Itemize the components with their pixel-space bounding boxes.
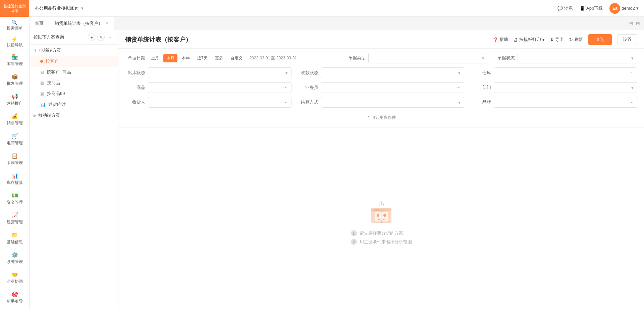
tab-close-icon[interactable]: ✕: [105, 21, 109, 26]
tip-num-2: 2: [351, 239, 357, 245]
sidebar-icon-inventory: 📊: [11, 172, 18, 179]
scheme-item-icon2: ▦: [40, 81, 44, 86]
export-icon: ⬇: [550, 37, 554, 42]
collapse-btn[interactable]: ⌃ 收起更多条件: [125, 112, 637, 123]
sidebar-label-inventory: 库存核算: [7, 180, 23, 186]
sidebar-item-inventory[interactable]: 📊库存核算: [0, 169, 29, 189]
app-download-icon: 📱: [580, 6, 585, 11]
payment-method-label: 结算方式: [298, 99, 318, 105]
sidebar-icon-finance: 💵: [11, 192, 18, 199]
scheme-item-by-goods[interactable]: ▦ 按商品: [30, 78, 118, 88]
out-status-input[interactable]: ▾: [148, 67, 291, 78]
warehouse-more-icon[interactable]: ···: [629, 70, 634, 76]
salesperson-input[interactable]: ···: [321, 82, 465, 93]
tab-maximize-icon[interactable]: ⊞: [636, 21, 640, 26]
sidebar-item-newbie[interactable]: 🎯新手引导: [0, 288, 29, 308]
doc-type-input[interactable]: ▾: [368, 53, 488, 63]
scheme-collapse-btn[interactable]: «: [107, 34, 114, 41]
tab-bar: 首页 销货单统计表（按客户） ✕ ⊟ ⊞: [30, 17, 644, 30]
scheme-item-by-customer[interactable]: 按客户: [30, 56, 118, 67]
scheme-item-by-goods-99-label: 按商品99: [47, 91, 65, 97]
page-title-text: 销货单统计表（按客户）: [125, 36, 192, 44]
goods-more-icon[interactable]: ···: [283, 85, 287, 91]
sidebar-item-ecommerce[interactable]: 🛒电商管理: [0, 130, 29, 149]
salesperson-more-icon[interactable]: ···: [456, 85, 461, 91]
template-print-btn[interactable]: 🖨 按模板打印 ▾: [514, 37, 545, 43]
scheme-item-by-goods-99[interactable]: ▦ 按商品99: [30, 88, 118, 99]
scheme-item-return-stats-label: 退货统计: [48, 101, 66, 107]
help-btn[interactable]: ❓ 帮助: [493, 37, 508, 43]
goods-input[interactable]: ···: [148, 82, 291, 93]
scheme-item-by-customer-goods[interactable]: ⊞ 按客户+商品: [30, 67, 118, 78]
sidebar-item-enterprise[interactable]: 🤝企业协同: [0, 268, 29, 288]
scheme-item-return-stats[interactable]: 📊 退货统计: [30, 99, 118, 110]
sidebar-item-sales[interactable]: 💰销售管理: [0, 110, 29, 130]
date-btn-more[interactable]: 更多: [212, 54, 226, 62]
header-right: 💬 消息 📱 App下载 Ea demo2 ▾: [557, 3, 639, 14]
tab-home[interactable]: 首页: [30, 17, 49, 30]
warehouse-input[interactable]: ···: [494, 67, 637, 78]
scheme-group-desktop-header[interactable]: ▼ 电脑端方案: [30, 45, 118, 56]
export-btn[interactable]: ⬇ 导出: [550, 37, 564, 43]
receiver-more-icon[interactable]: ···: [283, 99, 287, 105]
brand-more-icon[interactable]: ···: [629, 99, 634, 105]
receiver-label: 收货人: [125, 99, 145, 105]
main-area: 办公用品行业模拟账套 ▾ 💬 消息 📱 App下载 Ea demo2 ▾ 首页 …: [30, 0, 644, 310]
scheme-header: 按以下方案查询 + ✎ «: [30, 30, 118, 45]
doc-type-arrow: ▾: [482, 56, 484, 61]
date-btn-custom[interactable]: 自定义: [227, 54, 246, 62]
sidebar-label-marketing: 营销推广: [7, 101, 23, 106]
sidebar-item-apps[interactable]: 🔲应用中心: [0, 308, 29, 310]
filter-cell-date: 单据日期 上月 本月 本年 近7天 更多 自定义 2023-03-01 至 20…: [125, 54, 339, 62]
user-menu[interactable]: Ea demo2 ▾: [609, 3, 639, 14]
brand-input[interactable]: ···: [494, 97, 637, 108]
sidebar-item-wholesale[interactable]: 📦批发管理: [0, 70, 29, 90]
payment-status-input[interactable]: ▾: [321, 67, 465, 78]
sidebar-item-system[interactable]: ⚙️系统管理: [0, 248, 29, 268]
date-btn-7days[interactable]: 近7天: [194, 54, 211, 62]
tab-sales-stats[interactable]: 销货单统计表（按客户） ✕: [49, 17, 114, 30]
sidebar-label-retail: 零售管理: [7, 61, 23, 67]
date-btn-this-month[interactable]: 本月: [163, 54, 177, 62]
sidebar-item-retail[interactable]: 🏪零售管理: [0, 50, 29, 70]
date-btn-this-year[interactable]: 本年: [179, 54, 193, 62]
query-button[interactable]: 查询: [588, 34, 612, 45]
department-input[interactable]: ▾: [494, 82, 637, 93]
receiver-input[interactable]: ···: [148, 97, 291, 108]
app-download-btn[interactable]: 📱 App下载: [580, 5, 603, 11]
doc-status-label: 单据状态: [495, 55, 515, 61]
sidebar-quick-nav[interactable]: ⚡ 快捷导航: [0, 34, 29, 50]
tab-minimize-icon[interactable]: ⊟: [629, 21, 633, 26]
scheme-edit-btn[interactable]: ✎: [97, 34, 105, 41]
scheme-add-btn[interactable]: +: [88, 34, 95, 41]
sidebar-label-purchase: 采购管理: [7, 160, 23, 166]
scheme-group-mobile-header[interactable]: ▶ 移动端方案: [30, 110, 118, 121]
payment-method-input[interactable]: ▾: [321, 97, 465, 108]
sidebar-item-operations[interactable]: 📈经营管理: [0, 209, 29, 228]
print-dropdown-icon: ▾: [542, 37, 545, 42]
settings-button[interactable]: 设置: [617, 34, 637, 45]
logo-text: 畅捷通好生意 标版: [4, 4, 26, 13]
tip-num-1: 1: [351, 230, 357, 236]
sidebar-item-basic[interactable]: 📁基础信息: [0, 228, 29, 248]
scheme-header-label: 按以下方案查询: [34, 34, 64, 40]
sidebar-item-marketing[interactable]: 📢营销推广: [0, 90, 29, 110]
collapse-up-icon: ⌃: [367, 115, 370, 120]
sidebar-icon-sales: 💰: [11, 113, 18, 119]
doc-status-input[interactable]: ▾: [518, 53, 637, 63]
filter-row-1: 单据日期 上月 本月 本年 近7天 更多 自定义 2023-03-01 至 20…: [125, 53, 637, 63]
tab-bar-actions: ⊟ ⊞: [629, 21, 644, 26]
message-btn[interactable]: 💬 消息: [557, 5, 573, 11]
header-dropdown-icon[interactable]: ▾: [81, 6, 84, 11]
sidebar-item-finance[interactable]: 💵资金管理: [0, 189, 29, 209]
date-btn-last-month[interactable]: 上月: [148, 54, 162, 62]
empty-tip-2: 2 用过滤条件来缩小分析范围: [351, 239, 412, 245]
filter-row-2: 出库状态 ▾ 收款状态 ▾ 仓库: [125, 67, 637, 78]
refresh-btn[interactable]: ↻ 刷新: [569, 37, 583, 43]
sidebar-search[interactable]: 🔍 搜索菜单: [0, 17, 29, 34]
filter-cell-out-status: 出库状态 ▾: [125, 67, 291, 78]
page-title-bar: 销货单统计表（按客户） ❓ 帮助 🖨 按模板打印 ▾ ⬇ 导出: [118, 30, 644, 49]
page-title-actions: ❓ 帮助 🖨 按模板打印 ▾ ⬇ 导出 ↻ 刷新: [493, 34, 637, 45]
out-status-arrow: ▾: [285, 70, 288, 75]
sidebar-item-purchase[interactable]: 📋采购管理: [0, 149, 29, 169]
